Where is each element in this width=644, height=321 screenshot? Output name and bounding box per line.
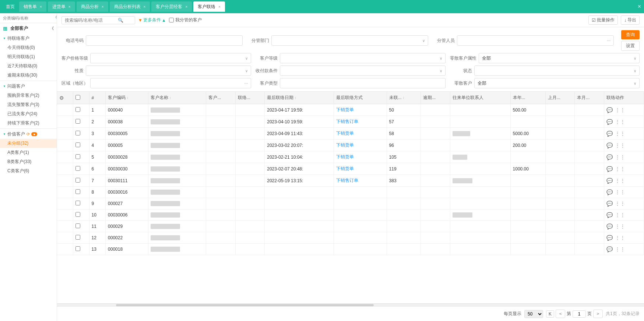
main-search-box[interactable]: 🔍 xyxy=(61,16,135,24)
row-checkbox-cell[interactable] xyxy=(73,163,89,175)
tab-product-analysis-list[interactable]: 商品分析列表 × xyxy=(110,1,150,12)
more-conditions-btn[interactable]: ▼ 更多条件 ▲ xyxy=(138,17,166,23)
manager-input[interactable]: ··· xyxy=(457,35,614,46)
pay-terms-input[interactable]: ∨ xyxy=(280,66,445,76)
value-customers-group[interactable]: ▼ 价值客户 ⟳ ● xyxy=(0,130,57,139)
row-checkbox-cell[interactable] xyxy=(73,244,89,255)
th-name[interactable]: 客户名称 xyxy=(148,92,206,104)
menu-icon[interactable]: ⋮⋮ xyxy=(615,154,625,160)
row-checkbox-cell[interactable] xyxy=(73,187,89,198)
row-last-way[interactable]: 下销货单 xyxy=(334,163,387,175)
close-product-analysis-list-icon[interactable]: × xyxy=(144,5,146,9)
row-last-way[interactable] xyxy=(334,209,387,221)
sidebar-item-abnormal[interactable]: 囤购异常客户(2) xyxy=(0,91,57,100)
row-checkbox-cell[interactable] xyxy=(73,221,89,232)
row-checkbox-cell[interactable] xyxy=(73,232,89,244)
menu-icon[interactable]: ⋮⋮ xyxy=(615,166,625,172)
row-gear-cell[interactable] xyxy=(57,151,73,163)
row-gear-cell[interactable] xyxy=(57,187,73,198)
menu-icon[interactable]: ⋮⋮ xyxy=(615,201,625,207)
chat-icon[interactable]: 💬 xyxy=(606,246,613,252)
main-search-icon[interactable]: 🔍 xyxy=(118,18,123,23)
row-checkbox-cell[interactable] xyxy=(73,116,89,128)
row-last-way[interactable] xyxy=(334,187,387,198)
close-customer-segment-icon[interactable]: × xyxy=(185,5,187,9)
row-last-way[interactable]: 下销售订单 xyxy=(334,175,387,187)
menu-icon[interactable]: ⋮⋮ xyxy=(615,119,625,125)
row-checkbox[interactable] xyxy=(75,189,80,194)
price-level-input[interactable]: ∨ xyxy=(90,53,251,63)
row-gear-cell[interactable] xyxy=(57,232,73,244)
chat-icon[interactable]: 💬 xyxy=(606,189,613,195)
th-not-contact[interactable]: 未联... xyxy=(387,92,421,104)
row-checkbox-cell[interactable] xyxy=(73,175,89,187)
select-all-checkbox[interactable] xyxy=(75,95,80,100)
pending-contact-group[interactable]: ▼ 待联络客户 xyxy=(0,34,57,43)
sidebar-item-class-b[interactable]: B类客户(33) xyxy=(0,157,57,166)
row-gear-cell[interactable] xyxy=(57,221,73,232)
customer-type-input[interactable] xyxy=(280,78,445,88)
row-checkbox[interactable] xyxy=(75,235,80,240)
row-gear-cell[interactable] xyxy=(57,104,73,116)
chat-icon[interactable]: 💬 xyxy=(606,107,613,113)
sidebar-item-overdue[interactable]: 逾期未联络(30) xyxy=(0,71,57,80)
row-checkbox[interactable] xyxy=(75,212,80,217)
my-customers-checkbox[interactable]: 我分管的客户 xyxy=(169,17,202,23)
sidebar-item-tomorrow[interactable]: 明天待联络(1) xyxy=(0,52,57,61)
menu-icon[interactable]: ⋮⋮ xyxy=(615,189,625,195)
refresh-icon[interactable]: ⟳ xyxy=(27,132,30,137)
chat-icon[interactable]: 💬 xyxy=(606,201,613,207)
row-gear-cell[interactable] xyxy=(57,140,73,151)
row-gear-cell[interactable] xyxy=(57,175,73,187)
sidebar-item-class-c[interactable]: C类客户(6) xyxy=(0,166,57,176)
th-last-date[interactable]: 最后联络日期 xyxy=(265,92,334,104)
row-checkbox[interactable] xyxy=(75,178,80,183)
row-checkbox-cell[interactable] xyxy=(73,198,89,209)
dept-input[interactable]: ∨ xyxy=(271,35,428,46)
row-checkbox[interactable] xyxy=(75,119,80,124)
batch-op-button[interactable]: ☑ 批量操作 xyxy=(588,15,618,25)
row-gear-cell[interactable] xyxy=(57,244,73,255)
menu-icon[interactable]: ⋮⋮ xyxy=(615,246,625,252)
reset-button[interactable]: 设置 xyxy=(621,41,640,51)
main-search-input[interactable] xyxy=(65,18,116,23)
menu-icon[interactable]: ⋮⋮ xyxy=(615,235,625,241)
row-last-way[interactable]: 下销货单 xyxy=(334,128,387,140)
export-button[interactable]: ↓ 导出 xyxy=(621,15,640,25)
scroll-bar[interactable] xyxy=(57,303,644,306)
chat-icon[interactable]: 💬 xyxy=(606,119,613,125)
sidebar-item-churned[interactable]: 已流失客户(24) xyxy=(0,109,57,119)
tab-purchase-order[interactable]: 进货单 × xyxy=(48,1,75,12)
prev-page-button[interactable]: ＜ xyxy=(556,310,565,318)
query-button[interactable]: 查询 xyxy=(621,30,640,39)
row-last-way[interactable] xyxy=(334,221,387,232)
phone-input[interactable] xyxy=(86,35,243,46)
row-checkbox-cell[interactable] xyxy=(73,104,89,116)
row-gear-cell[interactable] xyxy=(57,128,73,140)
row-checkbox[interactable] xyxy=(75,107,80,112)
collapse-icon[interactable]: 《 xyxy=(50,26,54,31)
region-input[interactable]: ··· xyxy=(90,78,251,88)
chat-icon[interactable]: 💬 xyxy=(606,131,613,137)
all-customers-header[interactable]: ⊞ 全部客户 《 xyxy=(0,23,57,34)
th-checkbox[interactable] xyxy=(73,92,89,104)
row-last-way[interactable]: 下销货单 xyxy=(334,140,387,151)
th-settings[interactable]: ⚙ xyxy=(57,92,73,104)
menu-icon[interactable]: ⋮⋮ xyxy=(615,131,625,137)
th-code[interactable]: 客户编码 xyxy=(106,92,148,104)
close-purchase-order-icon[interactable]: × xyxy=(68,5,71,9)
sidebar-search-input[interactable] xyxy=(3,16,54,20)
home-tab[interactable]: 首页 xyxy=(3,4,18,10)
chat-icon[interactable]: 💬 xyxy=(606,142,613,148)
row-checkbox[interactable] xyxy=(75,154,80,159)
row-gear-cell[interactable] xyxy=(57,209,73,221)
row-checkbox[interactable] xyxy=(75,142,80,147)
sidebar-item-ungrouped[interactable]: 未分组(32) xyxy=(0,139,57,148)
row-last-way[interactable] xyxy=(334,244,387,255)
row-checkbox-cell[interactable] xyxy=(73,128,89,140)
row-gear-cell[interactable] xyxy=(57,163,73,175)
menu-icon[interactable]: ⋮⋮ xyxy=(615,142,625,148)
menu-icon[interactable]: ⋮⋮ xyxy=(615,178,625,184)
row-last-way[interactable] xyxy=(334,198,387,209)
page-size-select[interactable]: 50 100 200 xyxy=(524,310,543,318)
